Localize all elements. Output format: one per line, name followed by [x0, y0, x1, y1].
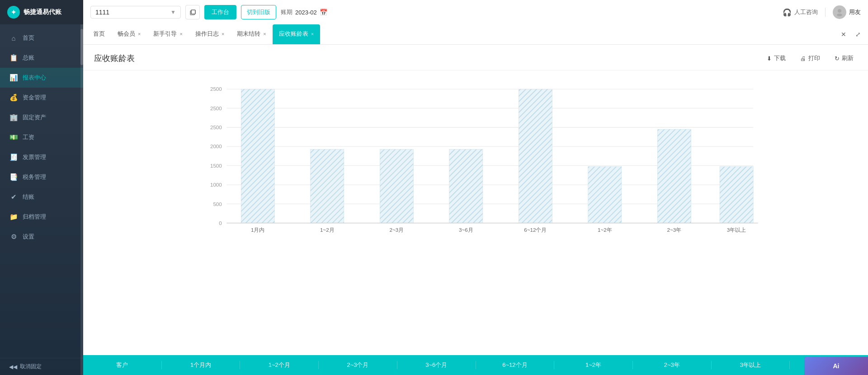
company-selector[interactable]: 1111 ▼ [90, 6, 181, 19]
page-title: 应收账龄表 [94, 53, 135, 64]
svg-text:2~3年: 2~3年 [667, 227, 682, 233]
svg-text:2~3月: 2~3月 [389, 227, 404, 233]
sidebar-icon-ledger: 📋 [9, 53, 18, 62]
sidebar-item-invoice[interactable]: 🧾 发票管理 [0, 147, 83, 167]
sidebar-item-ledger[interactable]: 📋 总账 [0, 48, 83, 68]
sidebar-item-archive[interactable]: 📁 归档管理 [0, 207, 83, 227]
svg-rect-1 [191, 10, 195, 14]
sidebar-label-payroll: 工资 [23, 133, 34, 141]
sidebar-item-home[interactable]: ⌂ 首页 [0, 28, 83, 48]
svg-text:2000: 2000 [210, 143, 222, 149]
copy-button[interactable] [185, 5, 200, 19]
tab-close-oplog[interactable]: × [222, 32, 224, 37]
table-col-2~3年: 2~3年 [633, 361, 712, 369]
tab-close-member[interactable]: × [138, 32, 141, 37]
avatar [833, 5, 846, 19]
logo-icon: ✦ [7, 6, 20, 19]
copy-icon [189, 9, 196, 16]
sidebar-item-payroll[interactable]: 💵 工资 [0, 127, 83, 147]
user-menu[interactable]: 用友 [833, 5, 861, 19]
table-col-客户: 客户 [83, 361, 162, 369]
tab-close-ar_aging[interactable]: × [311, 32, 314, 37]
ai-float-button[interactable]: Ai [804, 357, 868, 375]
svg-text:500: 500 [213, 201, 222, 207]
sidebar-icon-assets: 🏢 [9, 113, 18, 122]
sidebar: ✦ 畅捷通易代账 ⌂ 首页 📋 总账 📊 报表中心 💰 资金管理 🏢 固定资产 … [0, 0, 83, 375]
company-name: 1111 [95, 9, 168, 16]
tab-close-guide[interactable]: × [179, 32, 182, 37]
divider [825, 8, 826, 17]
sidebar-icon-payroll: 💵 [9, 133, 18, 142]
close-tab-button[interactable]: ✕ [837, 28, 850, 41]
headset-icon: 🎧 [783, 8, 792, 17]
sidebar-label-tax: 税务管理 [23, 173, 46, 181]
bar-over3year [720, 167, 753, 223]
workbench-button[interactable]: 工作台 [204, 5, 236, 19]
tab-ar_aging[interactable]: 应收账龄表× [273, 24, 320, 44]
bar-1to2month [311, 150, 344, 223]
sidebar-label-funds: 资金管理 [23, 94, 46, 102]
switch-version-button[interactable]: 切到旧版 [241, 5, 276, 19]
svg-point-4 [837, 14, 842, 16]
tab-period_end[interactable]: 期末结转× [231, 24, 272, 44]
tab-label-oplog: 操作日志 [195, 30, 219, 38]
dropdown-arrow-icon: ▼ [170, 9, 176, 15]
avatar-icon [835, 8, 844, 16]
sidebar-label-assets: 固定资产 [23, 113, 46, 122]
bar-1month [241, 89, 274, 223]
tab-close-period_end[interactable]: × [263, 32, 266, 37]
chart-area: 2500 2500 2500 2000 1500 1000 500 0 [83, 70, 868, 355]
maximize-tab-button[interactable]: ⤢ [852, 28, 864, 41]
sidebar-label-home: 首页 [23, 34, 34, 42]
sidebar-item-settle[interactable]: ✔ 结账 [0, 187, 83, 207]
bar-2to3year [657, 129, 691, 223]
tab-label-member: 畅会员 [118, 30, 135, 38]
refresh-icon: ↻ [835, 55, 840, 62]
tab-oplog[interactable]: 操作日志× [189, 24, 231, 44]
main-area: 1111 ▼ 工作台 切到旧版 账期 2023-02 📅 🎧 人工咨询 [83, 0, 868, 375]
refresh-label: 刷新 [842, 54, 854, 62]
sidebar-label-settle: 结账 [23, 193, 34, 201]
user-name: 用友 [849, 8, 861, 16]
cancel-pin-label: 取消固定 [20, 363, 42, 370]
sidebar-label-invoice: 发票管理 [23, 153, 46, 161]
sidebar-label-archive: 归档管理 [23, 213, 46, 221]
bar-chart: 2500 2500 2500 2000 1500 1000 500 0 [94, 80, 857, 242]
consult-button[interactable]: 🎧 人工咨询 [783, 8, 818, 17]
sidebar-icon-settle: ✔ [9, 192, 18, 202]
sidebar-scrollbar[interactable] [80, 24, 83, 375]
cancel-pin-button[interactable]: ◀◀ 取消固定 [0, 358, 83, 375]
tab-label-ar_aging: 应收账龄表 [279, 30, 308, 38]
tabs-bar: 首页畅会员×新手引导×操作日志×期末结转×应收账龄表× ✕ ⤢ [83, 24, 868, 45]
svg-point-3 [838, 9, 841, 13]
tab-home[interactable]: 首页 [87, 24, 111, 44]
refresh-button[interactable]: ↻ 刷新 [831, 52, 857, 65]
svg-text:2500: 2500 [210, 105, 222, 111]
table-header: 客户1个月内1~2个月2~3个月3~6个月6~12个月1~2年2~3年3年以上合… [83, 355, 868, 375]
header: 1111 ▼ 工作台 切到旧版 账期 2023-02 📅 🎧 人工咨询 [83, 0, 868, 24]
table-col-1个月内: 1个月内 [162, 361, 241, 369]
chart-container: 2500 2500 2500 2000 1500 1000 500 0 [94, 80, 857, 242]
sidebar-label-reports: 报表中心 [23, 74, 46, 82]
tab-guide[interactable]: 新手引导× [147, 24, 189, 44]
content-header: 应收账龄表 ⬇ 下载 🖨 打印 ↻ 刷新 [83, 45, 868, 70]
tab-member[interactable]: 畅会员× [111, 24, 147, 44]
print-icon: 🖨 [800, 55, 806, 62]
print-button[interactable]: 🖨 打印 [797, 52, 824, 65]
sidebar-item-reports[interactable]: 📊 报表中心 [0, 68, 83, 88]
period-display: 账期 2023-02 📅 [281, 8, 327, 16]
bar-3to6month [449, 150, 483, 223]
sidebar-item-funds[interactable]: 💰 资金管理 [0, 88, 83, 108]
sidebar-item-settings[interactable]: ⚙ 设置 [0, 227, 83, 247]
calendar-icon[interactable]: 📅 [320, 9, 327, 16]
sidebar-item-tax[interactable]: 📑 税务管理 [0, 167, 83, 187]
table-col-2~3个月: 2~3个月 [319, 361, 397, 369]
svg-text:1500: 1500 [210, 163, 222, 169]
svg-text:6~12个月: 6~12个月 [524, 227, 547, 233]
download-button[interactable]: ⬇ 下载 [763, 52, 789, 65]
content-actions: ⬇ 下载 🖨 打印 ↻ 刷新 [763, 52, 857, 65]
svg-text:3年以上: 3年以上 [727, 227, 746, 233]
sidebar-item-assets[interactable]: 🏢 固定资产 [0, 108, 83, 127]
download-icon: ⬇ [767, 55, 772, 62]
header-right: 🎧 人工咨询 用友 [783, 5, 861, 19]
